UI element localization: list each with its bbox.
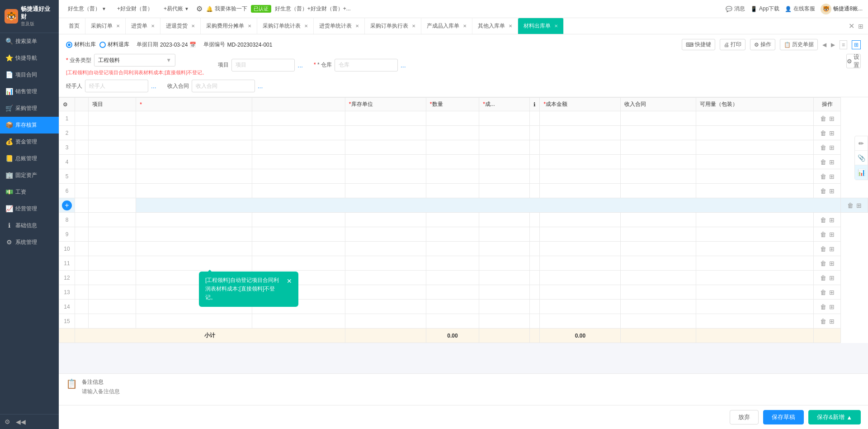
save-new-btn[interactable]: 保存&新增 ▲ bbox=[808, 410, 861, 424]
view-list-btn[interactable]: ≡ bbox=[840, 40, 847, 49]
topbar-app-download[interactable]: 📱 App下载 bbox=[750, 5, 779, 13]
sidebar-item-assets[interactable]: 🏢 固定资产 bbox=[0, 167, 59, 184]
tab-goods-receipt[interactable]: 进货单✕ bbox=[126, 18, 160, 34]
add-row-btn[interactable]: + bbox=[62, 200, 72, 210]
copy-row-11-btn[interactable]: ⊞ bbox=[828, 260, 836, 267]
delete-row-5-btn[interactable]: 🗑 bbox=[819, 173, 828, 180]
settings-bottom-btn[interactable]: ⚙ bbox=[5, 418, 10, 425]
sidebar-item-inventory[interactable]: 📦 库存核算 bbox=[0, 117, 59, 133]
tab-product-storage[interactable]: 产成品入库单✕ bbox=[421, 18, 472, 34]
quick-key-btn[interactable]: ⌨快捷键 bbox=[682, 39, 715, 50]
topbar-message[interactable]: 💬 消息 bbox=[726, 5, 745, 13]
tab-close-goods-return[interactable]: ✕ bbox=[191, 24, 195, 29]
sidebar-item-purchase[interactable]: 🛒 采购管理 bbox=[0, 100, 59, 117]
income-contract-input[interactable]: 收入合同 bbox=[192, 80, 255, 92]
topbar-online-service[interactable]: 👤 在线客服 bbox=[785, 5, 815, 13]
delete-row-10-btn[interactable]: 🗑 bbox=[819, 245, 828, 253]
tab-close-goods-receipt[interactable]: ✕ bbox=[151, 24, 155, 29]
tab-goods-return[interactable]: 进退货货✕ bbox=[160, 18, 201, 34]
delete-row-9-btn[interactable]: 🗑 bbox=[819, 231, 828, 238]
sidebar-item-finance[interactable]: 💰 资金管理 bbox=[0, 133, 59, 150]
delete-add-row-btn[interactable]: 🗑 bbox=[846, 202, 855, 209]
restore-window-btn[interactable]: ⊞ bbox=[858, 23, 863, 30]
tab-purchase-exec[interactable]: 采购订单执行表✕ bbox=[365, 18, 421, 34]
radio-material-return[interactable]: 材料退库 bbox=[99, 41, 129, 48]
warehouse-input[interactable]: 仓库 bbox=[335, 59, 398, 72]
delete-row-3-btn[interactable]: 🗑 bbox=[819, 144, 828, 151]
handler-dots-btn[interactable]: ... bbox=[151, 82, 156, 90]
view-grid-btn[interactable]: ⊞ bbox=[852, 40, 861, 49]
tab-close-material-issue[interactable]: ✕ bbox=[554, 24, 558, 29]
sidebar-item-search[interactable]: 🔍 搜索菜单 bbox=[0, 33, 59, 50]
topbar-nav-yidaizhang[interactable]: +易代账 ▼ bbox=[160, 3, 193, 14]
delete-row-14-btn[interactable]: 🗑 bbox=[819, 303, 828, 310]
project-dots-btn[interactable]: ... bbox=[297, 62, 303, 69]
tooltip-close-btn[interactable]: ✕ bbox=[287, 276, 292, 286]
tab-close-purchase-exec[interactable]: ✕ bbox=[412, 24, 415, 29]
topbar-nav-haoyecai[interactable]: +好业财（普） bbox=[113, 3, 156, 14]
delete-row-11-btn[interactable]: 🗑 bbox=[819, 260, 828, 267]
copy-row-4-btn[interactable]: ⊞ bbox=[828, 158, 836, 166]
sidebar-item-quick-nav[interactable]: ⭐ 快捷导航 bbox=[0, 50, 59, 67]
delete-row-4-btn[interactable]: 🗑 bbox=[819, 158, 828, 166]
sidebar-item-project-contract[interactable]: 📄 项目合同 bbox=[0, 67, 59, 83]
calendar-icon[interactable]: 📅 bbox=[189, 42, 196, 48]
tab-close-product-storage[interactable]: ✕ bbox=[463, 24, 467, 29]
copy-add-row-btn[interactable]: ⊞ bbox=[855, 202, 863, 209]
delete-row-2-btn[interactable]: 🗑 bbox=[819, 129, 828, 137]
copy-row-9-btn[interactable]: ⊞ bbox=[828, 231, 836, 238]
income-contract-dots-btn[interactable]: ... bbox=[258, 82, 263, 90]
tab-goods-stat[interactable]: 进货单统计表✕ bbox=[314, 18, 365, 34]
copy-row-13-btn[interactable]: ⊞ bbox=[828, 289, 836, 296]
copy-row-15-btn[interactable]: ⊞ bbox=[828, 318, 836, 325]
tab-purchase-order[interactable]: 采购订单✕ bbox=[85, 18, 126, 34]
tab-close-purchase-stat[interactable]: ✕ bbox=[304, 24, 308, 29]
copy-row-6-btn[interactable]: ⊞ bbox=[828, 187, 836, 195]
col-settings[interactable]: ⚙ bbox=[59, 98, 75, 111]
warehouse-dots-btn[interactable]: ... bbox=[401, 62, 406, 69]
topbar-nav-haoshengyi[interactable]: 好生意（普） ▼ bbox=[64, 3, 110, 14]
handler-input[interactable]: 经手人 bbox=[85, 80, 148, 92]
quick-tool-table-btn[interactable]: 📊 bbox=[855, 165, 868, 180]
delete-row-13-btn[interactable]: 🗑 bbox=[819, 289, 828, 296]
radio-material-issue[interactable]: 材料出库 bbox=[66, 41, 96, 48]
sidebar-item-basic-info[interactable]: ℹ 基础信息 bbox=[0, 217, 59, 234]
form-settings-btn[interactable]: ⚙ 设置 bbox=[846, 54, 861, 68]
delete-row-6-btn[interactable]: 🗑 bbox=[819, 187, 828, 195]
project-input[interactable]: 项目 bbox=[231, 59, 295, 72]
operations-btn[interactable]: ⚙操作 bbox=[750, 39, 775, 50]
tab-close-purchase-order[interactable]: ✕ bbox=[116, 24, 120, 29]
tab-close-purchase-expense[interactable]: ✕ bbox=[248, 24, 251, 29]
date-value[interactable]: 2023-03-24 bbox=[160, 42, 188, 48]
print-btn[interactable]: 🖨打印 bbox=[720, 39, 745, 50]
collapse-btn[interactable]: ◀◀ bbox=[16, 418, 26, 425]
copy-row-12-btn[interactable]: ⊞ bbox=[828, 274, 836, 281]
prev-record-btn[interactable]: ◀ bbox=[822, 42, 826, 48]
copy-row-5-btn[interactable]: ⊞ bbox=[828, 173, 836, 180]
save-draft-btn[interactable]: 保存草稿 bbox=[763, 410, 804, 424]
settings-icon[interactable]: ⚙ bbox=[196, 5, 203, 13]
copy-row-10-btn[interactable]: ⊞ bbox=[828, 245, 836, 253]
sidebar-item-ledger[interactable]: 📒 总账管理 bbox=[0, 150, 59, 167]
topbar-notice[interactable]: 🔔 我要体验一下 bbox=[206, 5, 247, 13]
copy-row-3-btn[interactable]: ⊞ bbox=[828, 144, 836, 151]
close-window-btn[interactable]: ✕ bbox=[849, 22, 854, 30]
sidebar-item-sales[interactable]: 📊 销售管理 bbox=[0, 83, 59, 100]
copy-row-8-btn[interactable]: ⊞ bbox=[828, 216, 836, 224]
discard-btn[interactable]: 放弃 bbox=[730, 410, 759, 424]
biz-type-input[interactable]: 工程领料 ▼ bbox=[94, 54, 175, 67]
sidebar-item-system[interactable]: ⚙ 系统管理 bbox=[0, 234, 59, 251]
copy-row-1-btn[interactable]: ⊞ bbox=[828, 115, 836, 122]
copy-row-14-btn[interactable]: ⊞ bbox=[828, 303, 836, 310]
tab-close-other-storage[interactable]: ✕ bbox=[509, 24, 512, 29]
tab-home[interactable]: 首页 bbox=[63, 18, 85, 34]
delete-row-15-btn[interactable]: 🗑 bbox=[819, 318, 828, 325]
tab-close-goods-stat[interactable]: ✕ bbox=[355, 24, 359, 29]
tab-material-issue[interactable]: 材料出库单✕ bbox=[518, 18, 564, 34]
history-btn[interactable]: 📋历史单据 bbox=[780, 39, 818, 50]
delete-row-12-btn[interactable]: 🗑 bbox=[819, 274, 828, 281]
copy-row-2-btn[interactable]: ⊞ bbox=[828, 129, 836, 137]
notes-input[interactable] bbox=[82, 388, 861, 400]
delete-row-8-btn[interactable]: 🗑 bbox=[819, 216, 828, 224]
quick-tool-clip-btn[interactable]: 📎 bbox=[855, 151, 868, 165]
